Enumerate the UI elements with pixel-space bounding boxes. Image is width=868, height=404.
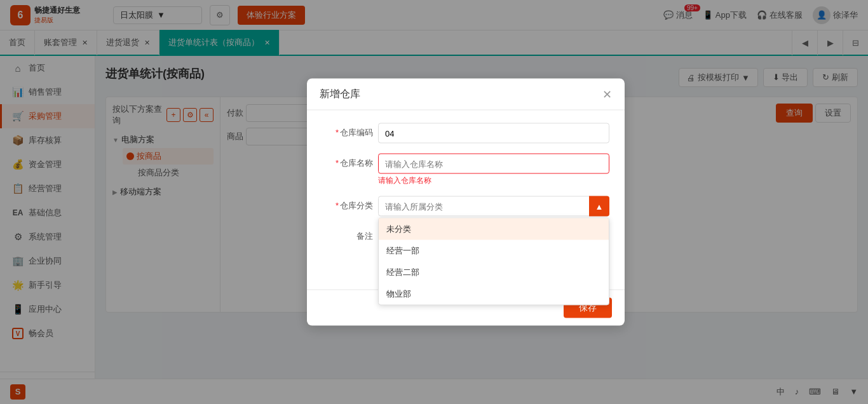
warehouse-category-input[interactable] xyxy=(378,196,609,217)
dialog-title: 新增仓库 xyxy=(320,88,360,101)
warehouse-name-control: 请输入仓库名称 xyxy=(378,154,609,186)
dialog-body: *仓库编码 *仓库名称 请输入仓库名称 *仓库分类 xyxy=(307,111,625,290)
dialog-close-button[interactable]: ✕ xyxy=(602,88,612,100)
category-chevron-up-icon: ▲ xyxy=(595,201,604,211)
required-star-name: * xyxy=(336,158,339,168)
warehouse-code-control xyxy=(378,123,609,144)
category-option-property[interactable]: 物业部 xyxy=(379,283,609,305)
warehouse-category-row: *仓库分类 ▲ 未分类 经营一部 经营二部 物业部 xyxy=(322,196,609,217)
required-star-code: * xyxy=(336,128,339,137)
dialog-header: 新增仓库 ✕ xyxy=(307,79,625,111)
required-star-cat: * xyxy=(336,201,339,210)
warehouse-category-control: ▲ 未分类 经营一部 经营二部 物业部 xyxy=(378,196,609,217)
new-warehouse-dialog: 新增仓库 ✕ *仓库编码 *仓库名称 请输入仓库名称 *仓库分类 xyxy=(307,79,625,326)
warehouse-code-label: *仓库编码 xyxy=(322,123,373,138)
warehouse-code-input[interactable] xyxy=(378,123,609,144)
warehouse-note-label: 备注 xyxy=(322,227,373,242)
warehouse-code-row: *仓库编码 xyxy=(322,123,609,144)
category-option-dept1[interactable]: 经营一部 xyxy=(379,240,609,262)
warehouse-name-input[interactable] xyxy=(378,154,609,174)
warehouse-name-error: 请输入仓库名称 xyxy=(378,175,609,186)
warehouse-name-row: *仓库名称 请输入仓库名称 xyxy=(322,154,609,186)
warehouse-category-label: *仓库分类 xyxy=(322,196,373,212)
category-option-dept2[interactable]: 经营二部 xyxy=(379,262,609,283)
category-option-unclassified[interactable]: 未分类 xyxy=(379,219,609,240)
category-dropdown-list: 未分类 经营一部 经营二部 物业部 xyxy=(378,218,609,306)
warehouse-name-label: *仓库名称 xyxy=(322,154,373,169)
warehouse-category-select-wrapper: ▲ 未分类 经营一部 经营二部 物业部 xyxy=(378,196,609,217)
category-select-arrow-btn[interactable]: ▲ xyxy=(589,196,609,217)
